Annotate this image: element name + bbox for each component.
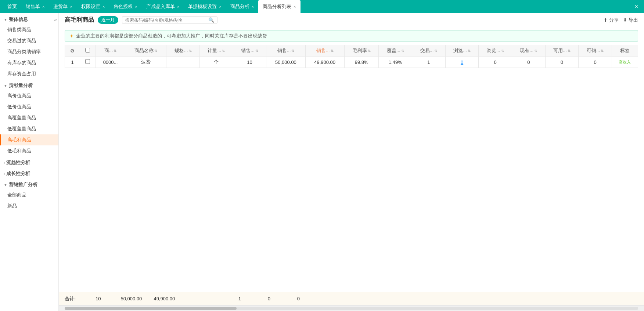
sort-icon-sales-qty: ⇅ [255,49,258,53]
cell-tag: 高收入 [612,57,638,68]
cell-name: 运费 [125,57,166,68]
footer-sales-profit: 49,900.00 [148,296,181,301]
footer-placeholder3 [313,296,335,301]
cell-spec [166,57,200,68]
footer-browse2: 0 [254,296,284,301]
sidebar-item-low-coverage[interactable]: 低覆盖量商品 [0,123,58,134]
close-template-tab[interactable]: × [219,4,221,9]
horizontal-scrollbar[interactable] [59,305,644,311]
cell-current-stock: 0 [512,57,545,68]
col-browse2[interactable]: 浏览... ⇅ [479,45,512,57]
col-spec[interactable]: 规格... ⇅ [166,45,200,57]
cell-index: 1 [65,57,80,68]
cell-available-stock: 0 [545,57,579,68]
sidebar-item-sales-goods[interactable]: 销售类商品 [0,24,58,35]
tab-permission[interactable]: 权限设置 × [77,0,109,13]
content-area: 高毛利商品 近一月 🔍 ⬆ 分享 ⬇ 导出 ✦ 企业的主要的利润都是这部分商品创… [59,13,644,311]
tab-role[interactable]: 角色授权 × [109,0,141,13]
cell-checkbox[interactable] [80,57,96,68]
tab-product-inbound[interactable]: 产成品入库单 × [142,0,184,13]
col-browse1[interactable]: 浏览... ⇅ [445,45,479,57]
scroll-thumb[interactable] [65,307,237,310]
sort-icon-sales-amount: ⇅ [291,49,294,53]
header-actions: ⬆ 分享 ⬇ 导出 [604,17,638,23]
tab-analysis-list[interactable]: 商品分析列表 × [258,0,300,13]
close-purchase-tab[interactable]: × [70,4,72,9]
col-trade-count[interactable]: 交易... ⇅ [412,45,446,57]
close-role-tab[interactable]: × [135,4,137,9]
col-sales-qty[interactable]: 销售... ⇅ [233,45,266,57]
close-product-inbound-tab[interactable]: × [177,4,179,9]
tab-sales[interactable]: 销售单 × [21,0,49,13]
sidebar-item-high-coverage[interactable]: 高覆盖量商品 [0,112,58,123]
search-input[interactable] [125,18,207,23]
sidebar-section-contribution[interactable]: ▼ 贡献量分析 [0,79,58,90]
arrow-overall: ▼ [4,18,7,22]
col-checkbox[interactable] [80,45,96,57]
share-button[interactable]: ⬆ 分享 [604,17,619,23]
sidebar-item-stock-goods[interactable]: 有库存的商品 [0,57,58,68]
export-button[interactable]: ⬇ 导出 [623,17,638,23]
table-container[interactable]: ⚙ 商... ⇅ [59,45,644,292]
footer-sales-amount: 50,000.00 [115,296,148,301]
close-sales-tab[interactable]: × [42,4,44,9]
sidebar-section-trend[interactable]: › 流趋性分析 [0,156,58,167]
search-icon[interactable]: 🔍 [208,17,214,23]
close-analysis-list-tab[interactable]: × [294,4,296,9]
col-current-stock[interactable]: 现有... ⇅ [512,45,545,57]
tab-template[interactable]: 单据模板设置 × [184,0,226,13]
sidebar-section-growth[interactable]: › 成长性分析 [0,167,58,178]
sidebar-section-overall[interactable]: ▼ 整体信息 [0,13,58,24]
sidebar-item-high-margin[interactable]: 高毛利商品 [0,134,58,145]
tab-analysis[interactable]: 商品分析 × [226,0,258,13]
scroll-track[interactable] [65,307,638,310]
sidebar-collapse-btn[interactable]: « [53,16,58,23]
top-nav: 首页 销售单 × 进货单 × 权限设置 × 角色授权 × 产成品入库单 × 单据… [0,0,644,13]
sort-icon-available-stock: ⇅ [568,49,571,53]
select-all-checkbox[interactable] [85,48,90,53]
sidebar: « ▼ 整体信息 销售类商品 交易过的商品 商品分类助销率 有库存的商品 库存资… [0,13,59,311]
footer-trade-count: 1 [225,296,254,301]
cell-gross-margin: 99.8% [344,57,379,68]
col-sales-amount[interactable]: 销售... ⇅ [266,45,305,57]
col-code[interactable]: 商... ⇅ [96,45,125,57]
cell-browse1[interactable]: 0 [445,57,479,68]
sidebar-item-all-goods[interactable]: 全部商品 [0,189,58,200]
sidebar-item-new-goods[interactable]: 新品 [0,200,58,211]
col-tag: 标签 [612,45,638,57]
col-saleable-stock[interactable]: 可销... ⇅ [579,45,612,57]
filter-recent-month-btn[interactable]: 近一月 [98,16,118,24]
col-name[interactable]: 商品名称 ⇅ [125,45,166,57]
close-analysis-tab[interactable]: × [252,4,254,9]
cell-coverage: 1.49% [379,57,412,68]
close-permission-tab[interactable]: × [102,4,105,9]
row-checkbox[interactable] [85,59,90,64]
tab-purchase[interactable]: 进货单 × [49,0,76,13]
col-gross-margin[interactable]: 毛利率 ⇅ [344,45,379,57]
sort-icon-gross-margin: ⇅ [368,49,371,53]
col-sales-profit[interactable]: 销售... ⇅ [305,45,344,57]
arrow-marketing: ▼ [4,183,7,187]
sidebar-item-traded-goods[interactable]: 交易过的商品 [0,35,58,46]
browse1-link[interactable]: 0 [461,59,463,65]
close-all-tabs[interactable]: × [632,3,641,10]
sidebar-section-marketing[interactable]: ▼ 营销推广分析 [0,178,58,189]
cell-trade-count: 1 [412,57,446,68]
col-available-stock[interactable]: 可用... ⇅ [545,45,579,57]
col-unit[interactable]: 计量... ⇅ [200,45,233,57]
footer-sales-qty: 10 [82,296,115,301]
col-coverage[interactable]: 覆盖... ⇅ [379,45,412,57]
sidebar-item-low-margin[interactable]: 低毛利商品 [0,145,58,156]
tab-home[interactable]: 首页 [3,0,21,13]
col-settings[interactable]: ⚙ [65,45,80,57]
sidebar-item-category-rate[interactable]: 商品分类助销率 [0,46,58,57]
cell-code: 0000... [96,57,125,68]
tag-badge: 高收入 [619,60,631,64]
sort-icon-saleable-stock: ⇅ [601,49,604,53]
sidebar-item-high-value[interactable]: 高价值商品 [0,90,58,101]
sidebar-item-stock-capital[interactable]: 库存资金占用 [0,68,58,79]
settings-icon[interactable]: ⚙ [70,48,75,54]
sidebar-item-low-value[interactable]: 低价值商品 [0,101,58,112]
footer-placeholder2 [203,296,225,301]
sort-icon-spec: ⇅ [189,49,192,53]
